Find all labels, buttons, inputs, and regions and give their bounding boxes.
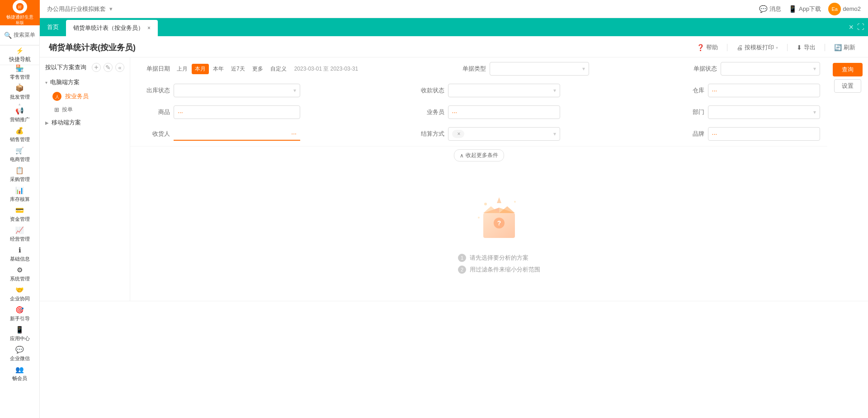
refresh-btn[interactable]: 🔄 刷新 bbox=[830, 42, 859, 53]
sidebar-item-finance[interactable]: 💳 资金管理 bbox=[0, 204, 40, 224]
goods-select[interactable]: ··· bbox=[174, 105, 300, 119]
date-btn-this-month[interactable]: 本月 bbox=[192, 64, 209, 74]
sidebar-item-retail[interactable]: 🏪 零售管理 ▾ bbox=[0, 65, 40, 85]
page-header: 销货单统计表(按业务员) ❓ 帮助 🖨 按模板打印 ▾ ⬇ bbox=[40, 36, 868, 57]
receiver-field[interactable] bbox=[177, 130, 291, 137]
sidebar-item-basic-info[interactable]: ℹ 基础信息 bbox=[0, 244, 40, 264]
message-btn[interactable]: 💬 消息 bbox=[759, 5, 781, 13]
sidebar-item-purchase[interactable]: 📋 采购管理 bbox=[0, 165, 40, 185]
template-print-btn[interactable]: 🖨 按模板打印 ▾ bbox=[733, 42, 782, 53]
sidebar-item-marketing[interactable]: 📢 营销推广 bbox=[0, 105, 40, 125]
sidebar-item-ecommerce[interactable]: 🛒 电商管理 bbox=[0, 145, 40, 165]
doc-status-select[interactable]: ▾ bbox=[721, 62, 820, 76]
sidebar-item-guide[interactable]: 🎯 新手引导 bbox=[0, 304, 40, 324]
export-icon: ⬇ bbox=[797, 44, 802, 51]
wholesale-label: 批发管理 bbox=[10, 94, 30, 100]
date-btn-custom[interactable]: 自定义 bbox=[267, 64, 290, 74]
filter-and-query: 单据日期 上月 本月 本年 近7天 更多 自定义 bbox=[130, 57, 868, 163]
query-btn[interactable]: 查询 bbox=[833, 63, 863, 76]
doc-type-label: 单据类型 bbox=[453, 65, 486, 73]
retail-icon: 🏪 bbox=[15, 64, 24, 72]
receiver-label: 收货人 bbox=[137, 130, 170, 138]
help-icon: ❓ bbox=[697, 44, 704, 51]
user-name: demo2 bbox=[843, 5, 861, 12]
tip-num-2: 2 bbox=[458, 266, 466, 274]
scheme-desktop-group-title[interactable]: ▾ 电脑端方案 bbox=[40, 76, 130, 89]
marketing-label: 营销推广 bbox=[10, 116, 30, 123]
sidebar-item-inventory[interactable]: 📊 库存核算 bbox=[0, 185, 40, 204]
wechat-label: 企业微信 bbox=[10, 355, 30, 362]
sidebar-item-system[interactable]: ⚙ 系统管理 bbox=[0, 264, 40, 284]
receipt-status-select[interactable]: ▾ bbox=[448, 84, 561, 97]
app-logo[interactable]: 好 畅捷通好生意标版 bbox=[0, 0, 40, 25]
scheme-edit-btn[interactable]: ✎ bbox=[104, 63, 113, 72]
export-btn[interactable]: ⬇ 导出 bbox=[793, 42, 819, 53]
warehouse-dots[interactable]: ··· bbox=[712, 87, 717, 94]
inventory-icon: 📊 bbox=[15, 186, 24, 195]
salesperson-dots[interactable]: ··· bbox=[452, 109, 458, 116]
salesperson-select[interactable]: ··· bbox=[448, 105, 561, 119]
help-btn[interactable]: ❓ 帮助 bbox=[693, 42, 722, 53]
brand-select[interactable]: ··· bbox=[708, 127, 821, 141]
workspace-title: 办公用品行业模拟账套 bbox=[47, 5, 106, 13]
date-btn-more[interactable]: 更多 bbox=[249, 64, 266, 74]
filter-row-1: 单据日期 上月 本月 本年 近7天 更多 自定义 bbox=[130, 57, 827, 76]
date-btn-this-year[interactable]: 本年 bbox=[210, 64, 227, 74]
sidebar-item-sales[interactable]: 💰 销售管理 bbox=[0, 125, 40, 145]
close-window-icon[interactable]: × bbox=[849, 23, 854, 32]
sidebar-item-wechat[interactable]: 💬 企业微信 bbox=[0, 344, 40, 364]
divider1 bbox=[727, 44, 727, 51]
sidebar-item-cooperation[interactable]: 🤝 企业协同 bbox=[0, 284, 40, 304]
tab-close-icon[interactable]: × bbox=[147, 25, 151, 31]
receiver-dots[interactable]: ··· bbox=[291, 130, 297, 137]
scheme-item-salesperson[interactable]: 人 按业务员 bbox=[40, 89, 130, 104]
warehouse-label: 仓库 bbox=[672, 86, 704, 95]
settlement-clear-btn[interactable]: × bbox=[458, 131, 461, 137]
goods-dots[interactable]: ··· bbox=[178, 109, 183, 116]
search-menu[interactable]: 🔍 搜索菜单 bbox=[0, 25, 40, 45]
collapse-icon: ∧ bbox=[460, 152, 464, 159]
empty-tip-2: 2 用过滤条件来缩小分析范围 bbox=[458, 266, 540, 274]
department-select[interactable]: ▾ bbox=[708, 105, 821, 119]
doc-type-select[interactable]: ▾ bbox=[490, 62, 589, 76]
sidebar-item-wholesale[interactable]: 📦 批发管理 ▴ bbox=[0, 85, 40, 105]
scheme-add-btn[interactable]: + bbox=[92, 63, 101, 72]
date-btn-last-month[interactable]: 上月 bbox=[174, 64, 191, 74]
svg-point-11 bbox=[484, 203, 487, 205]
tab-home[interactable]: 首页 bbox=[40, 18, 66, 36]
ecommerce-label: 电商管理 bbox=[10, 156, 30, 163]
marketing-icon: 📢 bbox=[15, 107, 24, 115]
app-download-btn[interactable]: 📱 App下载 bbox=[788, 5, 821, 13]
tab-sales-report[interactable]: 销货单统计表（按业务员） × bbox=[66, 20, 158, 36]
sidebar: 好 畅捷通好生意标版 🔍 搜索菜单 ⚡ 快捷导航 🏪 零售管理 ▾ 📦 批发管理… bbox=[0, 0, 40, 418]
workspace-dropdown-icon[interactable]: ▾ bbox=[109, 5, 113, 12]
svg-text:好: 好 bbox=[18, 5, 22, 9]
tip-text-2: 用过滤条件来缩小分析范围 bbox=[470, 266, 540, 274]
user-avatar-btn[interactable]: Ea demo2 bbox=[828, 3, 861, 15]
collapse-btn[interactable]: ∧ 收起更多条件 bbox=[454, 149, 504, 162]
settings-btn[interactable]: 设置 bbox=[834, 79, 861, 93]
tip-text-1: 请先选择要分析的方案 bbox=[470, 254, 528, 262]
sidebar-item-app-center[interactable]: 📱 应用中心 bbox=[0, 324, 40, 344]
brand-dots[interactable]: ··· bbox=[712, 130, 717, 138]
system-icon: ⚙ bbox=[17, 266, 23, 274]
warehouse-select[interactable]: ··· bbox=[708, 84, 821, 97]
scheme-collapse-btn[interactable]: « bbox=[115, 63, 124, 72]
receiver-input[interactable]: ··· bbox=[174, 127, 300, 141]
scheme-mobile-group-title[interactable]: ▶ 移动端方案 bbox=[40, 116, 130, 129]
out-status-select[interactable]: ▾ bbox=[174, 84, 300, 97]
sidebar-item-operations[interactable]: 📈 经营管理 bbox=[0, 224, 40, 244]
maximize-icon[interactable]: ⛶ bbox=[857, 23, 864, 31]
desktop-group-label: 电脑端方案 bbox=[50, 78, 80, 86]
refresh-label: 刷新 bbox=[844, 43, 855, 52]
sidebar-item-member[interactable]: 👥 畅会员 bbox=[0, 364, 40, 384]
app-logo-text: 畅捷通好生意标版 bbox=[6, 14, 33, 25]
top-right-actions: 💬 消息 📱 App下载 Ea demo2 bbox=[759, 3, 861, 15]
quick-nav[interactable]: ⚡ 快捷导航 bbox=[0, 45, 40, 65]
app-download-icon: 📱 bbox=[788, 5, 797, 13]
date-btn-7days[interactable]: 近7天 bbox=[228, 64, 248, 74]
svg-text:?: ? bbox=[497, 219, 501, 227]
settlement-select[interactable]: × ▾ bbox=[448, 127, 561, 141]
scheme-subitem-order[interactable]: ⊞ 按单 bbox=[40, 104, 130, 116]
basic-info-icon: ℹ bbox=[19, 246, 21, 254]
